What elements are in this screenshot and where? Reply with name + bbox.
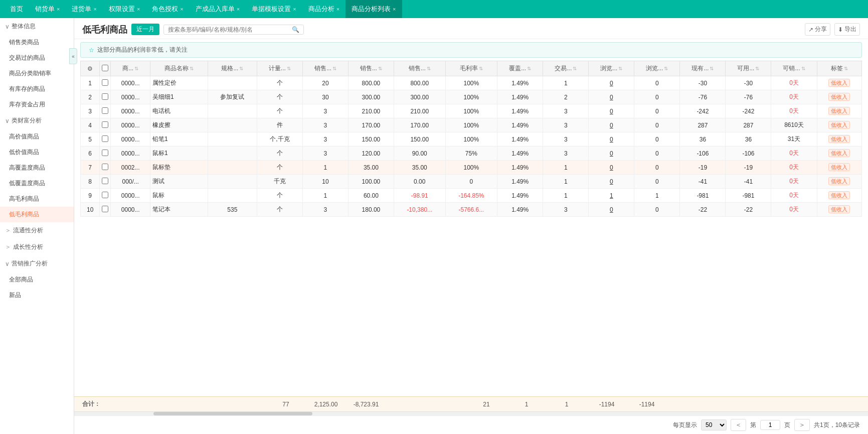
sidebar-group-marketing[interactable]: ∨ 营销推广分析: [0, 255, 74, 272]
sidebar-group-growth[interactable]: ＞ 成长性分析: [0, 239, 74, 255]
sidebar-item-sales-goods[interactable]: 销售类商品: [0, 35, 74, 50]
col-spec[interactable]: 规格...⇅: [208, 61, 257, 76]
nav-roles[interactable]: 角色授权 ×: [146, 0, 189, 18]
sidebar-item-category-rate[interactable]: 商品分类助销率: [0, 66, 74, 81]
nav-roles-close[interactable]: ×: [180, 6, 183, 12]
cell-views1[interactable]: 0: [589, 90, 634, 104]
cell-checkbox[interactable]: [100, 76, 111, 90]
col-sales-qty[interactable]: 销售...⇅: [302, 61, 348, 76]
table-row[interactable]: 7 0002... 鼠标垫 个 1 35.00 35.00 100% 1.49%…: [81, 161, 862, 175]
cell-checkbox[interactable]: [100, 132, 111, 147]
cell-checkbox[interactable]: [100, 203, 111, 217]
nav-sales[interactable]: 销货单 ×: [29, 0, 66, 18]
nav-product-analysis-close[interactable]: ×: [336, 6, 339, 12]
cell-views1[interactable]: 0: [589, 76, 634, 90]
share-btn[interactable]: ↗ 分享: [805, 23, 830, 36]
table-row[interactable]: 10 0000... 笔记本 535 个 3 180.00 -10,380...…: [81, 203, 862, 217]
export-btn[interactable]: ⬇ 导出: [834, 23, 860, 36]
sidebar-group-wealth[interactable]: ∨ 类财富分析: [0, 112, 74, 129]
table-row[interactable]: 8 000/... 测试 千克 10 100.00 0.00 0 1.49% 1…: [81, 175, 862, 189]
cell-tag: 低收入: [817, 76, 861, 90]
nav-product-analysis[interactable]: 商品分析 ×: [302, 0, 345, 18]
sidebar-item-all-goods[interactable]: 全部商品: [0, 272, 74, 287]
footer-views2: 1: [552, 401, 582, 408]
col-name[interactable]: 商品名称⇅: [150, 61, 208, 76]
select-all-checkbox[interactable]: [102, 65, 108, 71]
col-coverage[interactable]: 覆盖...⇅: [497, 61, 543, 76]
sidebar-item-stock-goods[interactable]: 有库存的商品: [0, 81, 74, 97]
col-code[interactable]: 商...⇅: [111, 61, 150, 76]
cell-checkbox[interactable]: [100, 147, 111, 161]
table-row[interactable]: 2 0000... 吴细细1 参加复试 个 30 300.00 300.00 1…: [81, 90, 862, 104]
cell-views1[interactable]: 0: [589, 132, 634, 147]
page-size-select[interactable]: 50 100 200: [701, 419, 727, 430]
sidebar-item-high-value[interactable]: 高价值商品: [0, 129, 74, 144]
col-checkbox[interactable]: [100, 61, 111, 76]
next-page-btn[interactable]: ＞: [794, 419, 810, 431]
cell-checkbox[interactable]: [100, 104, 111, 118]
cell-views1[interactable]: 0: [589, 161, 634, 175]
col-views1[interactable]: 浏览...⇅: [589, 61, 634, 76]
sidebar-item-stock-capital[interactable]: 库存资金占用: [0, 97, 74, 112]
sidebar-group-overall[interactable]: ∨ 整体信息: [0, 18, 74, 35]
col-views2[interactable]: 浏览...⇅: [634, 61, 680, 76]
col-current-stock[interactable]: 现有...⇅: [680, 61, 726, 76]
col-transactions[interactable]: 交易...⇅: [543, 61, 589, 76]
cell-views1[interactable]: 0: [589, 175, 634, 189]
cell-checkbox[interactable]: [100, 189, 111, 203]
cell-views1[interactable]: 0: [589, 147, 634, 161]
nav-template-settings-close[interactable]: ×: [293, 6, 296, 12]
cell-checkbox[interactable]: [100, 175, 111, 189]
cell-views1[interactable]: 0: [589, 118, 634, 132]
sidebar-item-traded-goods[interactable]: 交易过的商品: [0, 50, 74, 66]
nav-purchase-close[interactable]: ×: [93, 6, 96, 12]
cell-checkbox[interactable]: [100, 161, 111, 175]
nav-sales-close[interactable]: ×: [57, 6, 60, 12]
sidebar-item-low-value[interactable]: 低价值商品: [0, 144, 74, 160]
search-input[interactable]: [168, 26, 290, 33]
cell-code: 0000...: [111, 203, 150, 217]
sidebar-item-new-goods[interactable]: 新品: [0, 287, 74, 303]
nav-home[interactable]: 首页: [4, 0, 29, 18]
nav-product-analysis-list-close[interactable]: ×: [393, 6, 396, 12]
table-row[interactable]: 1 0000... 属性定价 个 20 800.00 800.00 100% 1…: [81, 76, 862, 90]
nav-permissions-close[interactable]: ×: [137, 6, 140, 12]
cell-sellable-days: 0天: [771, 104, 817, 118]
sidebar-item-low-margin[interactable]: 低毛利商品: [0, 207, 74, 222]
sidebar-item-high-margin[interactable]: 高毛利商品: [0, 191, 74, 207]
nav-product-analysis-list[interactable]: 商品分析列表 ×: [345, 0, 402, 18]
page-number-input[interactable]: [760, 420, 780, 430]
col-available-stock[interactable]: 可用...⇅: [726, 61, 771, 76]
col-sales-price[interactable]: 销售...⇅: [348, 61, 394, 76]
cell-checkbox[interactable]: [100, 118, 111, 132]
nav-finished-goods[interactable]: 产成品入库单 ×: [190, 0, 246, 18]
cell-available-stock: 287: [726, 118, 771, 132]
horizontal-scrollbar[interactable]: [74, 411, 868, 415]
sidebar-group-circulation[interactable]: ＞ 流通性分析: [0, 222, 74, 239]
col-tag[interactable]: 标签⇅: [817, 61, 861, 76]
cell-checkbox[interactable]: [100, 90, 111, 104]
col-settings[interactable]: ⚙: [81, 61, 100, 76]
col-sellable-days[interactable]: 可销...⇅: [771, 61, 817, 76]
cell-views1[interactable]: 0: [589, 104, 634, 118]
cell-views1[interactable]: 1: [589, 189, 634, 203]
sidebar-item-low-coverage[interactable]: 低覆盖度商品: [0, 176, 74, 191]
col-sales-amount[interactable]: 销售...⇅: [394, 61, 445, 76]
table-row[interactable]: 3 0000... 电话机 个 3 210.00 210.00 100% 1.4…: [81, 104, 862, 118]
nav-template-settings[interactable]: 单据模板设置 ×: [246, 0, 302, 18]
filter-recent-month-btn[interactable]: 近一月: [131, 24, 159, 35]
sidebar-collapse-btn[interactable]: «: [69, 48, 77, 64]
prev-page-btn[interactable]: ＜: [731, 419, 746, 431]
col-gross-margin[interactable]: 毛利率⇅: [445, 61, 497, 76]
nav-finished-goods-close[interactable]: ×: [237, 6, 240, 12]
table-row[interactable]: 6 0000... 鼠标1 个 3 120.00 90.00 75% 1.49%…: [81, 147, 862, 161]
nav-purchase[interactable]: 进货单 ×: [66, 0, 102, 18]
sidebar-item-high-coverage[interactable]: 高覆盖度商品: [0, 160, 74, 176]
table-row[interactable]: 4 0000... 橡皮擦 件 3 170.00 170.00 100% 1.4…: [81, 118, 862, 132]
table-row[interactable]: 5 0000... 铅笔1 个,千克 3 150.00 150.00 100% …: [81, 132, 862, 147]
page-header: 低毛利商品 近一月 🔍 ↗ 分享 ⬇ 导出: [74, 18, 868, 39]
cell-views1[interactable]: 0: [589, 203, 634, 217]
table-row[interactable]: 9 0000... 鼠标 个 1 60.00 -98.91 -164.85% 1…: [81, 189, 862, 203]
col-unit[interactable]: 计量...⇅: [257, 61, 302, 76]
nav-permissions[interactable]: 权限设置 ×: [103, 0, 146, 18]
